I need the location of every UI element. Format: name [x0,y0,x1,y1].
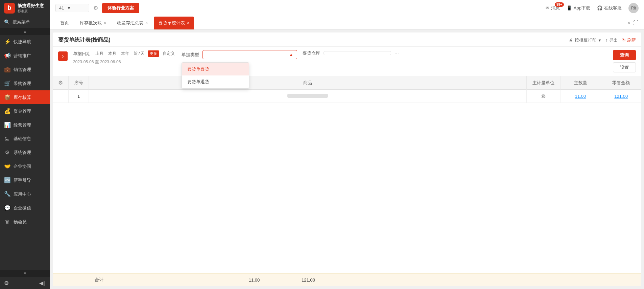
sidebar-item-quick-nav[interactable]: ⚡ 快捷导航 [0,35,50,49]
tab-home[interactable]: 首页 [55,17,74,29]
table-footer: 合计 11.00 121.00 [53,273,641,286]
type-select-arrow-icon: ▲ [289,52,293,57]
sidebar-item-enterprise[interactable]: 🤝 企业协同 [0,159,50,173]
sidebar-item-wechat[interactable]: 💬 企业微信 [0,201,50,215]
tab-expand-btns: × ⛶ [627,20,639,26]
table-header-row: ⚙ 序号 商品 主计量单位 主数量 零售金额 [53,76,641,90]
avatar: Rit [628,3,639,13]
sidebar-item-guide[interactable]: 🆕 新手引导 [0,173,50,187]
page-actions: 🖨 按模板打印 ▼ ↑ 导出 ↻ 刷新 [569,37,636,43]
company-selector[interactable]: 41 ▼ [55,4,89,12]
sidebar-item-label: 营销推广 [14,53,31,59]
sidebar-item-sales[interactable]: 💼 销售管理 [0,63,50,76]
sidebar-item-basic-info[interactable]: 🗂 基础信息 [0,132,50,146]
query-btn[interactable]: 查询 [613,50,636,60]
sidebar-item-label: 销售管理 [14,67,31,73]
basic-info-icon: 🗂 [4,136,10,142]
chevron-up-icon: ▲ [23,29,27,34]
settings-footer-icon[interactable]: ⚙ [4,280,9,286]
tab-receivable-summary[interactable]: 收发存汇总表 × [112,17,152,29]
print-chevron-icon: ▼ [598,38,602,42]
refresh-btn[interactable]: ↻ 刷新 [622,37,636,43]
sidebar-item-operations[interactable]: 📊 经营管理 [0,118,50,132]
tab-receivable-summary-label: 收发存汇总表 [117,20,143,26]
date-this-month[interactable]: 本月 [107,50,118,57]
tab-inventory-batch[interactable]: 库存批次账 × [75,17,111,29]
type-dropdown-menu: 要货单要货 要货单退货 [182,62,249,89]
warehouse-select[interactable] [324,51,391,55]
sidebar-item-app-center[interactable]: 🔧 应用中心 [0,187,50,201]
date-custom-btn[interactable]: 自定义 [161,50,176,57]
sidebar-item-finance[interactable]: 💰 资金管理 [0,104,50,118]
page-header: 要货单统计表(按商品) 🖨 按模板打印 ▼ ↑ 导出 ↻ 刷新 [53,32,641,47]
date-more-btn[interactable]: 更多 [148,50,159,57]
sidebar-footer: ⚙ ◀‖ [0,277,50,289]
sidebar-item-label: 资金管理 [14,108,31,114]
sidebar-item-label: 应用中心 [14,191,31,197]
scroll-up-btn[interactable]: ▲ [0,28,50,35]
cell-qty: 11.00 [560,90,601,103]
sidebar-item-system[interactable]: ⚙ 系统管理 [0,146,50,159]
app-download-btn[interactable]: 📱 App下载 [567,5,590,11]
print-btn[interactable]: 🖨 按模板打印 ▼ [569,37,602,43]
marketing-icon: 📢 [4,52,10,59]
filter-type-row: 单据类型 ▲ [182,50,297,59]
dropdown-item-yaohuodanyaohuo[interactable]: 要货单要货 [182,63,249,75]
qty-link[interactable]: 11.00 [575,94,586,99]
tab-order-stat[interactable]: 要货单统计表 × [154,17,194,29]
table-row: 1 块 11.00 121.00 [53,90,641,103]
sidebar-item-label: 畅会员 [14,219,27,225]
online-service-btn[interactable]: 🎧 在线客服 [597,5,622,11]
scroll-down-btn[interactable]: ▼ [0,270,50,277]
tab-order-stat-label: 要货单统计表 [159,20,185,26]
type-label: 单据类型 [182,52,199,58]
settings-icon[interactable]: ⚙ [93,5,98,11]
app-title: 畅捷通好生意 [18,3,44,9]
date-shortcuts: 上月 本月 本年 近7天 更多 自定义 [94,50,176,57]
sidebar-item-label: 采购管理 [14,81,31,87]
filter-expand-btn[interactable]: › [58,51,68,61]
dropdown-item-yaohuodantuihuo[interactable]: 要货单退货 [182,75,249,88]
type-select[interactable]: ▲ [202,50,297,59]
date-last-7-days[interactable]: 近7天 [133,50,146,57]
user-avatar[interactable]: Rit [628,3,639,13]
sidebar-item-inventory[interactable]: 📦 库存核算 [0,90,50,104]
footer-qty: 11.00 [234,277,275,283]
tab-order-stat-close[interactable]: × [187,21,189,25]
tab-inventory-batch-label: 库存批次账 [80,20,102,26]
col-header-amount: 零售金额 [601,76,641,90]
main-content: 41 ▼ ⚙ 体验行业方案 ✉ 消息 99+ 📱 App下载 🎧 在线客服 [50,0,644,289]
online-service-label: 在线客服 [604,5,622,11]
avatar-text: Rit [631,6,636,10]
settings-text-btn[interactable]: 设置 [613,62,636,72]
guide-icon: 🆕 [4,177,10,183]
sidebar-item-marketing[interactable]: 📢 营销推广 [0,49,50,63]
tab-close-all-icon[interactable]: × [627,20,630,26]
sidebar-header: b 畅捷通好生意 标准版 [0,0,50,16]
tabs-bar: 首页 库存批次账 × 收发存汇总表 × 要货单统计表 × × ⛶ [50,16,644,30]
app-title-block: 畅捷通好生意 标准版 [18,3,44,14]
date-last-month[interactable]: 上月 [94,50,105,57]
purchase-icon: 🛒 [4,80,10,87]
tab-expand-icon[interactable]: ⛶ [633,20,639,26]
filter-bar: › 单据日期 上月 本月 本年 近7天 更多 自定义 2023-05-06 至 … [53,47,641,76]
sidebar-item-label: 系统管理 [14,150,31,156]
page-content: 要货单统计表(按商品) 🖨 按模板打印 ▼ ↑ 导出 ↻ 刷新 [53,32,641,286]
sidebar-item-purchase[interactable]: 🛒 采购管理 [0,76,50,90]
audio-icon[interactable]: ◀‖ [39,280,46,286]
sidebar-item-members[interactable]: ♛ 畅会员 [0,215,50,229]
amount-link[interactable]: 121.00 [614,94,628,99]
tab-receivable-summary-close[interactable]: × [145,21,148,25]
messages-btn[interactable]: ✉ 消息 99+ [546,5,560,11]
export-btn-label: 导出 [609,37,618,43]
trial-industry-btn[interactable]: 体验行业方案 [102,3,139,13]
search-menu-item[interactable]: 🔍 搜索菜单 [0,16,50,28]
enterprise-icon: 🤝 [4,163,10,170]
print-icon: 🖨 [569,38,573,43]
col-header-settings[interactable]: ⚙ [53,76,69,90]
warehouse-more-icon[interactable]: ··· [395,50,399,56]
col-header-num: 序号 [69,76,89,90]
tab-inventory-batch-close[interactable]: × [104,21,106,25]
export-btn[interactable]: ↑ 导出 [606,37,618,43]
date-this-year[interactable]: 本年 [120,50,130,57]
